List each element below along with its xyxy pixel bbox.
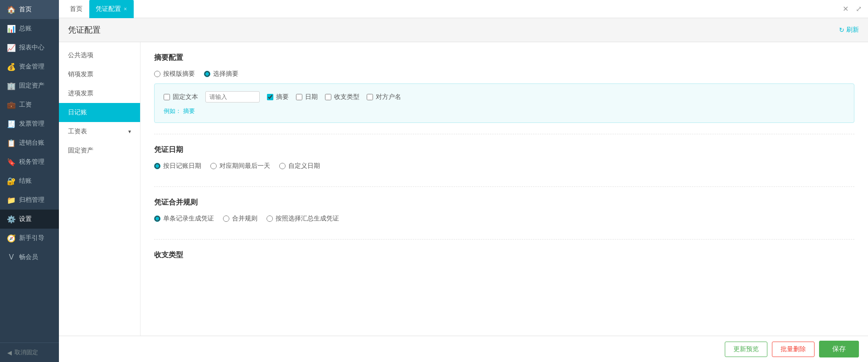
sidebar-item-payroll[interactable]: 💼 工资 xyxy=(0,95,59,114)
fixed-text-option[interactable]: 固定文本 xyxy=(164,93,198,101)
left-nav: 公共选项销项发票进项发票日记账工资表▾固定资产 xyxy=(59,42,141,336)
sidebar-label-payroll: 工资 xyxy=(19,101,32,109)
archive-icon: 📁 xyxy=(7,196,15,204)
date-period-last-label: 对应期间最后一天 xyxy=(219,162,270,170)
refresh-label: 刷新 xyxy=(846,26,859,34)
main-area: 首页凭证配置× ✕ ⤢ 凭证配置 ↻ 刷新 公共选项销项发票进项发票日记账工资表… xyxy=(59,0,868,362)
sidebar-label-assets: 固定资产 xyxy=(19,82,44,90)
date-label: 日期 xyxy=(305,93,318,101)
summary-template-label: 按模版摘要 xyxy=(163,70,195,78)
unpin-button[interactable]: ◀ 取消固定 xyxy=(0,342,59,362)
example-value: 摘要 xyxy=(183,108,195,114)
maximize-window-button[interactable]: ⤢ xyxy=(854,5,863,13)
sidebar: 🏠 首页📊 总账📈 报表中心💰 资金管理🏢 固定资产💼 工资🧾 发票管理📋 xyxy=(0,0,59,362)
left-nav-item-sales-invoice[interactable]: 销项发票 xyxy=(59,65,140,84)
expand-icon-payroll-table: ▾ xyxy=(128,128,131,135)
collection-type-title: 收支类型 xyxy=(154,250,854,260)
summary-template-option[interactable]: 按模版摘要 xyxy=(154,70,195,78)
fixed-text-input[interactable] xyxy=(205,91,260,103)
date-custom-radio[interactable] xyxy=(279,163,286,169)
summary-template-radio[interactable] xyxy=(154,71,160,77)
sidebar-item-ledger[interactable]: 📊 总账 xyxy=(0,19,59,38)
date-period-last-radio[interactable] xyxy=(210,163,217,169)
left-nav-label-payroll-table: 工资表 xyxy=(68,127,87,136)
save-button[interactable]: 保存 xyxy=(819,341,859,357)
date-option[interactable]: 日期 xyxy=(296,93,318,101)
sidebar-item-home[interactable]: 🏠 首页 xyxy=(0,0,59,19)
summary-select-label: 选择摘要 xyxy=(213,70,238,78)
counterpart-checkbox[interactable] xyxy=(367,94,373,100)
sidebar-item-settings[interactable]: ⚙️ 设置 xyxy=(0,210,59,229)
date-custom-option[interactable]: 自定义日期 xyxy=(279,162,320,170)
tab-home[interactable]: 首页 xyxy=(63,0,89,18)
tab-actions: ✕ ⤢ xyxy=(841,5,863,13)
sidebar-item-archive[interactable]: 📁 归档管理 xyxy=(0,191,59,210)
summary-options-row: 固定文本 摘要 日期 收支类型 xyxy=(164,91,845,103)
date-custom-label: 自定义日期 xyxy=(288,162,320,170)
refresh-button[interactable]: ↻ 刷新 xyxy=(839,26,859,34)
sidebar-item-fund[interactable]: 💰 资金管理 xyxy=(0,57,59,76)
merge-rules-options: 单条记录生成凭证 合并规则 按照选择汇总生成凭证 xyxy=(154,215,854,223)
close-window-button[interactable]: ✕ xyxy=(841,5,850,13)
sidebar-item-tax[interactable]: 🔖 税务管理 xyxy=(0,152,59,171)
merge-rule-radio[interactable] xyxy=(223,215,229,222)
fixed-text-checkbox[interactable] xyxy=(164,94,170,100)
summary-config-title: 摘要配置 xyxy=(154,53,854,63)
voucher-date-section: 凭证日期 按日记账日期 对应期间最后一天 自定义日期 xyxy=(154,145,854,187)
sidebar-item-assets[interactable]: 🏢 固定资产 xyxy=(0,76,59,95)
sidebar-label-closing: 结账 xyxy=(19,177,32,185)
pin-icon: ◀ xyxy=(7,349,12,356)
sidebar-item-report[interactable]: 📈 报表中心 xyxy=(0,38,59,57)
tab-voucher-config[interactable]: 凭证配置× xyxy=(89,0,134,18)
batch-delete-button[interactable]: 批量删除 xyxy=(772,342,815,357)
payment-type-option[interactable]: 收支类型 xyxy=(325,93,359,101)
ledger-icon: 📊 xyxy=(7,24,15,33)
update-preview-button[interactable]: 更新预览 xyxy=(725,342,767,357)
left-nav-item-purchase-invoice[interactable]: 进项发票 xyxy=(59,84,140,103)
member-icon: V xyxy=(7,253,15,261)
summary-checkbox[interactable] xyxy=(267,94,273,100)
summary-select-radio[interactable] xyxy=(204,71,210,77)
summary-mode-options: 按模版摘要 选择摘要 xyxy=(154,70,854,78)
sidebar-label-ledger: 总账 xyxy=(19,24,32,33)
left-nav-item-payroll-table[interactable]: 工资表▾ xyxy=(59,122,140,141)
left-nav-item-fixed-assets2[interactable]: 固定资产 xyxy=(59,141,140,160)
merge-summary-option[interactable]: 按照选择汇总生成凭证 xyxy=(267,215,339,223)
merge-rule-option[interactable]: 合并规则 xyxy=(223,215,257,223)
merge-rule-label: 合并规则 xyxy=(232,215,257,223)
merge-single-option[interactable]: 单条记录生成凭证 xyxy=(154,215,214,223)
report-icon: 📈 xyxy=(7,44,15,52)
summary-select-option[interactable]: 选择摘要 xyxy=(204,70,238,78)
example-prefix: 例如： xyxy=(164,108,181,114)
left-nav-item-public[interactable]: 公共选项 xyxy=(59,46,140,65)
merge-summary-radio[interactable] xyxy=(267,215,273,222)
page-header: 凭证配置 ↻ 刷新 xyxy=(59,18,868,42)
sidebar-item-member[interactable]: V 畅会员 xyxy=(0,248,59,267)
date-journal-label: 按日记账日期 xyxy=(163,162,201,170)
date-journal-radio[interactable] xyxy=(154,163,160,169)
date-checkbox[interactable] xyxy=(296,94,302,100)
assets-icon: 🏢 xyxy=(7,82,15,90)
sidebar-item-guide[interactable]: 🧭 新手引导 xyxy=(0,229,59,248)
merge-rules-title: 凭证合并规则 xyxy=(154,198,854,207)
counterpart-option[interactable]: 对方户名 xyxy=(367,93,401,101)
payment-type-checkbox[interactable] xyxy=(325,94,331,100)
tab-close-voucher-config[interactable]: × xyxy=(124,6,127,12)
sidebar-label-trade: 进销台账 xyxy=(19,139,44,147)
sidebar-item-trade[interactable]: 📋 进销台账 xyxy=(0,133,59,152)
left-nav-item-journal[interactable]: 日记账 xyxy=(59,103,140,122)
sidebar-item-invoice[interactable]: 🧾 发票管理 xyxy=(0,114,59,133)
merge-single-radio[interactable] xyxy=(154,215,160,222)
date-journal-option[interactable]: 按日记账日期 xyxy=(154,162,201,170)
date-period-last-option[interactable]: 对应期间最后一天 xyxy=(210,162,270,170)
sidebar-label-invoice: 发票管理 xyxy=(19,120,44,128)
closing-icon: 🔐 xyxy=(7,177,15,185)
summary-option[interactable]: 摘要 xyxy=(267,93,289,101)
sidebar-label-member: 畅会员 xyxy=(19,253,38,261)
sidebar-label-fund: 资金管理 xyxy=(19,63,44,71)
sidebar-item-closing[interactable]: 🔐 结账 xyxy=(0,171,59,191)
settings-icon: ⚙️ xyxy=(7,215,15,223)
sidebar-label-settings: 设置 xyxy=(19,215,32,223)
tax-icon: 🔖 xyxy=(7,158,15,166)
tab-label-voucher-config: 凭证配置 xyxy=(96,5,121,13)
